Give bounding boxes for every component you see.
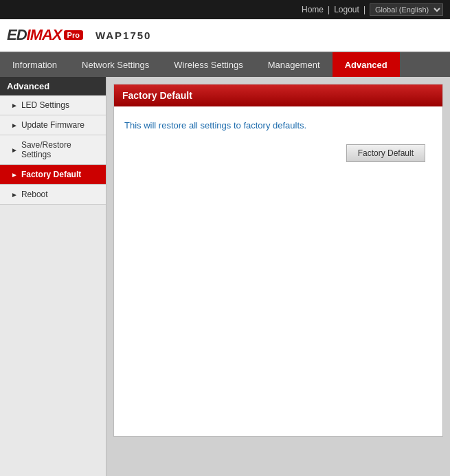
nav-item-management[interactable]: Management	[256, 52, 333, 77]
arrow-icon: ►	[11, 146, 18, 154]
logo: EDIMAX Pro	[7, 26, 83, 44]
main-layout: Advanced ► LED Settings ► Update Firmwar…	[0, 77, 450, 476]
sidebar-label-led-settings: LED Settings	[21, 100, 69, 110]
panel-body: This will restore all settings to factor…	[114, 106, 442, 436]
content-area: Factory Default This will restore all se…	[106, 77, 450, 476]
sidebar-header: Advanced	[0, 77, 106, 95]
nav-bar: Information Network Settings Wireless Se…	[0, 52, 450, 77]
info-text: This will restore all settings to factor…	[124, 120, 432, 131]
arrow-icon: ►	[11, 102, 18, 109]
sidebar-item-save-restore[interactable]: ► Save/Restore Settings	[0, 135, 106, 165]
logo-text: EDIMAX	[7, 26, 62, 44]
nav-item-wireless-settings[interactable]: Wireless Settings	[161, 52, 255, 77]
content-panel: Factory Default This will restore all se…	[113, 84, 443, 437]
home-link[interactable]: Home	[302, 5, 324, 14]
logo-bar: EDIMAX Pro WAP1750	[0, 19, 450, 52]
sidebar-item-reboot[interactable]: ► Reboot	[0, 185, 106, 205]
sidebar-label-reboot: Reboot	[21, 190, 48, 199]
panel-header: Factory Default	[114, 84, 442, 106]
sidebar-label-save-restore: Save/Restore Settings	[21, 140, 100, 159]
nav-item-information[interactable]: Information	[0, 52, 69, 77]
device-name: WAP1750	[95, 30, 152, 41]
arrow-icon: ►	[11, 191, 18, 199]
language-select[interactable]: Global (English)	[370, 3, 443, 16]
logout-link[interactable]: Logout	[334, 5, 359, 14]
sidebar-label-update-firmware: Update Firmware	[21, 120, 85, 130]
sidebar: Advanced ► LED Settings ► Update Firmwar…	[0, 77, 106, 476]
arrow-icon: ►	[11, 171, 18, 179]
nav-item-network-settings[interactable]: Network Settings	[69, 52, 161, 77]
nav-item-advanced[interactable]: Advanced	[333, 52, 400, 77]
arrow-icon: ►	[11, 122, 18, 129]
sidebar-label-factory-default: Factory Default	[21, 170, 81, 179]
factory-default-button[interactable]: Factory Default	[346, 144, 425, 162]
top-bar: Home | Logout | Global (English)	[0, 0, 450, 19]
sidebar-item-factory-default[interactable]: ► Factory Default	[0, 165, 106, 185]
logo-pro: Pro	[64, 30, 83, 40]
sidebar-item-led-settings[interactable]: ► LED Settings	[0, 95, 106, 115]
sidebar-item-update-firmware[interactable]: ► Update Firmware	[0, 115, 106, 135]
